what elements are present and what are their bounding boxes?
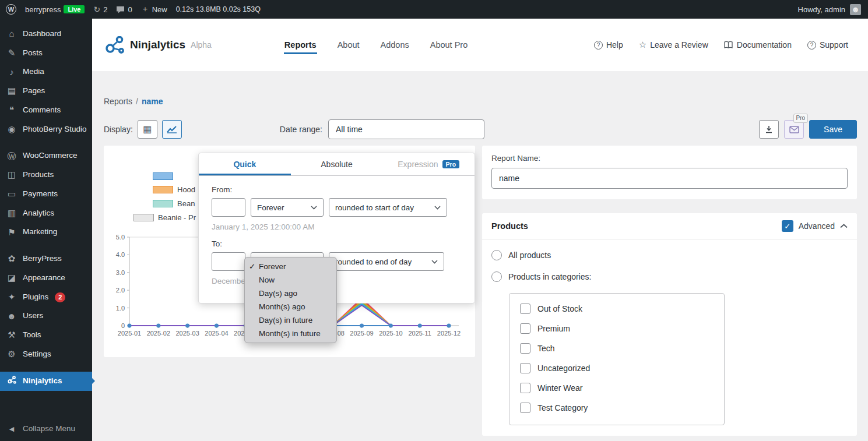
updates-link[interactable]: ↻ 2 xyxy=(93,5,107,14)
category-winter-wear[interactable]: Winter Wear xyxy=(520,383,714,393)
sidebar-item-analytics[interactable]: ▥Analytics xyxy=(0,204,92,223)
sidebar-item-woocommerce[interactable]: ⓌWooCommerce xyxy=(0,147,92,166)
help-link[interactable]: ?Help xyxy=(594,40,623,50)
advanced-checkbox[interactable]: ✓ xyxy=(782,220,793,232)
wordpress-menu[interactable]: W xyxy=(6,4,16,15)
email-pro-button[interactable]: Pro xyxy=(784,120,804,139)
premium-checkbox[interactable] xyxy=(520,323,530,334)
products-in-categories-option[interactable]: Products in categories: xyxy=(491,271,848,282)
sidebar-item-media[interactable]: ♪Media xyxy=(0,63,92,82)
envelope-icon xyxy=(789,126,799,133)
legend-swatch xyxy=(133,214,154,221)
all-products-option[interactable]: All products xyxy=(491,250,848,260)
brand-name: Ninjalytics xyxy=(130,38,185,51)
table-icon: ▦ xyxy=(143,125,152,134)
nav-tab-about[interactable]: About xyxy=(337,36,360,54)
from-label: From: xyxy=(212,185,462,194)
report-toolbar: Display: ▦ Date range: Pro Save xyxy=(104,119,857,140)
tab-absolute[interactable]: Absolute xyxy=(291,153,383,175)
sidebar-item-users[interactable]: ☻Users xyxy=(0,307,92,326)
sidebar-item-appearance[interactable]: ◪Appearance xyxy=(0,269,92,288)
site-name: berrypress xyxy=(25,5,61,14)
nav-tab-addons[interactable]: Addons xyxy=(380,36,410,54)
sidebar-item-plugins[interactable]: ✦Plugins2 xyxy=(0,288,92,307)
report-name-input[interactable] xyxy=(491,168,848,189)
svg-text:2025-03: 2025-03 xyxy=(175,330,199,337)
svg-text:2.0: 2.0 xyxy=(116,287,125,294)
from-value-input[interactable] xyxy=(212,198,245,217)
svg-text:2025-01: 2025-01 xyxy=(118,330,141,337)
option-months-ago[interactable]: Month(s) ago xyxy=(245,300,336,313)
tab-expression[interactable]: Expression Pro xyxy=(382,153,475,175)
option-days-ago[interactable]: Day(s) ago xyxy=(245,287,336,300)
sidebar-item-ninjalytics[interactable]: Ninjalytics xyxy=(0,372,92,391)
query-monitor-stats[interactable]: 0.12s 13.8MB 0.02s 153Q xyxy=(176,5,261,13)
sidebar-item-marketing[interactable]: ⚑Marketing xyxy=(0,223,92,242)
to-rounding-select[interactable]: rounded to end of day xyxy=(329,252,444,271)
option-months-in-future[interactable]: Month(s) in future xyxy=(245,327,336,340)
check-icon: ✓ xyxy=(249,262,255,271)
sidebar-item-payments[interactable]: ▭Payments xyxy=(0,185,92,204)
display-chart-button[interactable] xyxy=(162,120,182,139)
download-button[interactable] xyxy=(759,120,779,139)
site-name-link[interactable]: berrypress Live xyxy=(25,5,85,14)
ninjalytics-brand[interactable]: Ninjalytics Alpha xyxy=(105,36,212,54)
sidebar-item-comments[interactable]: ❝Comments xyxy=(0,101,92,120)
uncategorized-checkbox[interactable] xyxy=(520,363,530,373)
sidebar-item-pages[interactable]: ▤Pages xyxy=(0,82,92,101)
from-resolved-date: January 1, 2025 12:00:00 AM xyxy=(212,223,462,231)
sidebar-item-settings[interactable]: ⚙Settings xyxy=(0,345,92,364)
legend-swatch xyxy=(153,200,173,207)
option-forever[interactable]: ✓Forever xyxy=(245,260,336,273)
user-avatar[interactable]: ☻ xyxy=(850,4,861,15)
category-tech[interactable]: Tech xyxy=(520,343,714,354)
documentation-link[interactable]: Documentation xyxy=(724,40,792,50)
sidebar-item-tools[interactable]: ⚒Tools xyxy=(0,326,92,345)
comments-count: 0 xyxy=(128,5,132,14)
chevron-down-icon xyxy=(430,206,441,210)
categories-radio[interactable] xyxy=(491,271,502,282)
main-area: Ninjalytics Alpha Reports About Addons A… xyxy=(92,19,868,441)
category-premium[interactable]: Premium xyxy=(520,323,714,334)
breadcrumb-reports[interactable]: Reports xyxy=(104,97,132,106)
tab-quick[interactable]: Quick xyxy=(199,153,291,175)
new-content-link[interactable]: ＋ New xyxy=(141,4,167,15)
out-of-stock-checkbox[interactable] xyxy=(520,304,530,314)
test-category-checkbox[interactable] xyxy=(520,403,530,413)
from-unit-select[interactable]: Forever xyxy=(251,198,324,217)
download-icon xyxy=(764,125,774,134)
display-table-button[interactable]: ▦ xyxy=(138,120,157,139)
sidebar-item-berrypress[interactable]: ✿BerryPress xyxy=(0,249,92,269)
save-button[interactable]: Save xyxy=(809,120,857,139)
breadcrumb-current-report[interactable]: name xyxy=(142,97,163,106)
from-rounding-select[interactable]: rounded to start of day xyxy=(329,198,447,217)
tech-checkbox[interactable] xyxy=(520,343,530,354)
category-test-category[interactable]: Test Category xyxy=(520,403,714,413)
sidebar-item-dashboard[interactable]: ⌂Dashboard xyxy=(0,24,92,44)
option-days-in-future[interactable]: Day(s) in future xyxy=(245,313,336,327)
nav-tab-about-pro[interactable]: About Pro xyxy=(430,36,469,54)
sidebar-item-photoberry-studio[interactable]: ◉PhotoBerry Studio xyxy=(0,120,92,139)
svg-text:2025-12: 2025-12 xyxy=(437,330,461,337)
to-value-input[interactable] xyxy=(212,252,245,271)
all-products-radio[interactable] xyxy=(491,250,502,260)
nav-tab-reports[interactable]: Reports xyxy=(284,36,317,54)
legend-swatch xyxy=(153,172,173,180)
date-range-input[interactable] xyxy=(328,119,484,139)
option-now[interactable]: Now xyxy=(245,273,336,287)
collapse-menu-button[interactable]: ◀Collapse Menu xyxy=(0,420,92,438)
new-label: New xyxy=(152,5,167,14)
support-link[interactable]: ?Support xyxy=(807,40,848,50)
category-uncategorized[interactable]: Uncategorized xyxy=(520,363,714,373)
leave-review-link[interactable]: ☆Leave a Review xyxy=(639,40,708,50)
to-label: To: xyxy=(212,239,462,248)
chevron-up-icon[interactable] xyxy=(840,224,848,228)
products-title: Products xyxy=(491,221,528,231)
howdy-text[interactable]: Howdy, admin xyxy=(798,5,845,14)
winter-wear-checkbox[interactable] xyxy=(520,383,530,393)
pages-icon: ▤ xyxy=(6,86,17,97)
comments-link[interactable]: 0 xyxy=(116,5,132,14)
category-out-of-stock[interactable]: Out of Stock xyxy=(520,304,714,314)
sidebar-item-products[interactable]: ◫Products xyxy=(0,165,92,185)
sidebar-item-posts[interactable]: ✎Posts xyxy=(0,44,92,63)
